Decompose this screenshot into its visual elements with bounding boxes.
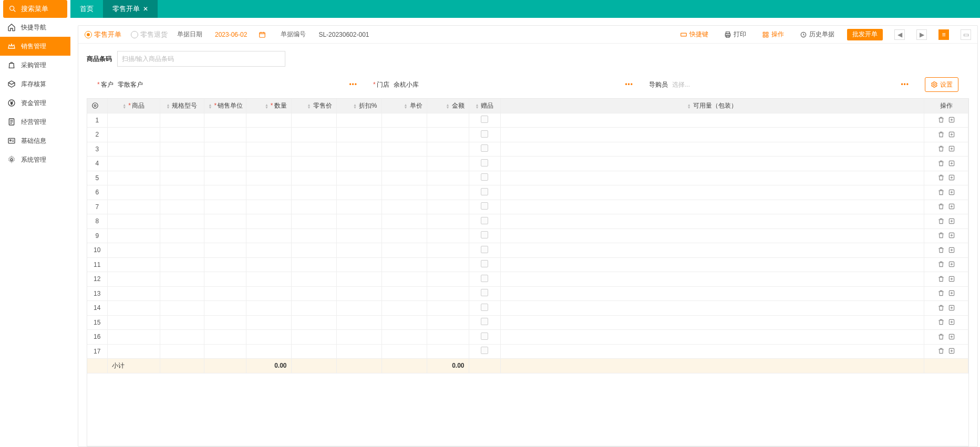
gift-checkbox[interactable] xyxy=(481,318,488,325)
table-row[interactable]: 6 xyxy=(87,185,968,200)
table-row[interactable]: 17 xyxy=(87,345,968,359)
delete-row-button[interactable] xyxy=(936,259,946,269)
tab-0[interactable]: 首页 xyxy=(70,0,103,18)
sidebar-item-5[interactable]: 经营管理 xyxy=(0,112,70,131)
delete-row-button[interactable] xyxy=(936,245,946,255)
delete-row-button[interactable] xyxy=(936,188,946,197)
table-row[interactable]: 16 xyxy=(87,330,968,345)
add-row-button[interactable] xyxy=(947,144,956,153)
sidebar-item-1[interactable]: 销售管理 xyxy=(0,37,70,56)
add-row-button[interactable] xyxy=(947,332,956,341)
add-row-button[interactable] xyxy=(947,303,956,313)
gift-checkbox[interactable] xyxy=(481,246,488,253)
gift-checkbox[interactable] xyxy=(481,144,488,152)
delete-row-button[interactable] xyxy=(936,115,946,124)
table-row[interactable]: 11 xyxy=(87,258,968,273)
customer-selector[interactable]: *客户 零散客户 ••• xyxy=(97,80,357,89)
col-retail[interactable]: 零售价 xyxy=(291,99,336,113)
table-row[interactable]: 3 xyxy=(87,142,968,157)
table-row[interactable]: 4 xyxy=(87,157,968,171)
delete-row-button[interactable] xyxy=(936,159,946,168)
ellipsis-icon[interactable]: ••• xyxy=(625,81,633,88)
add-row-button[interactable] xyxy=(947,346,956,356)
add-row-button[interactable] xyxy=(947,317,956,327)
table-row[interactable]: 2 xyxy=(87,128,968,142)
table-row[interactable]: 15 xyxy=(87,316,968,330)
table-row[interactable]: 14 xyxy=(87,301,968,316)
add-row-button[interactable] xyxy=(947,288,956,298)
add-row-button[interactable] xyxy=(947,274,956,284)
col-available[interactable]: 可用量（包装） xyxy=(500,99,924,113)
bill-date-value[interactable]: 2023-06-02 xyxy=(215,31,247,38)
col-gift[interactable]: 赠品 xyxy=(469,99,500,113)
print-button[interactable]: 打印 xyxy=(721,26,749,43)
col-amount[interactable]: 金额 xyxy=(427,99,469,113)
col-spec[interactable]: 规格型号 xyxy=(160,99,204,113)
delete-row-button[interactable] xyxy=(936,274,946,284)
add-row-button[interactable] xyxy=(947,115,956,124)
add-row-button[interactable] xyxy=(947,159,956,168)
ellipsis-icon[interactable]: ••• xyxy=(349,81,357,88)
calendar-icon[interactable] xyxy=(259,31,266,38)
search-menu-button[interactable]: 搜索菜单 xyxy=(3,0,67,18)
col-qty[interactable]: *数量 xyxy=(246,99,291,113)
col-unit[interactable]: *销售单位 xyxy=(204,99,246,113)
delete-row-button[interactable] xyxy=(936,303,946,313)
add-row-button[interactable] xyxy=(947,202,956,211)
ellipsis-icon[interactable]: ••• xyxy=(901,81,909,88)
add-row-button[interactable] xyxy=(947,231,956,240)
delete-row-button[interactable] xyxy=(936,288,946,298)
gift-checkbox[interactable] xyxy=(481,231,488,238)
delete-row-button[interactable] xyxy=(936,216,946,226)
radio-retail-sales[interactable]: 零售开单 xyxy=(85,30,121,39)
col-product[interactable]: *商品 xyxy=(107,99,160,113)
table-row[interactable]: 12 xyxy=(87,272,968,287)
wholesale-button[interactable]: 批发开单 xyxy=(847,29,883,40)
delete-row-button[interactable] xyxy=(936,202,946,211)
history-button[interactable]: 历史单据 xyxy=(797,26,838,43)
sidebar-item-0[interactable]: 快捷导航 xyxy=(0,18,70,37)
sidebar-item-3[interactable]: 库存核算 xyxy=(0,75,70,93)
add-row-button[interactable] xyxy=(947,245,956,255)
add-row-button[interactable] xyxy=(947,259,956,269)
guide-selector[interactable]: 导购员 选择... ••• xyxy=(649,80,909,89)
table-row[interactable]: 10 xyxy=(87,243,968,258)
gift-checkbox[interactable] xyxy=(481,217,488,224)
table-row[interactable]: 5 xyxy=(87,171,968,186)
col-discount[interactable]: 折扣% xyxy=(336,99,381,113)
tab-1[interactable]: 零售开单✕ xyxy=(103,0,158,18)
col-price[interactable]: 单价 xyxy=(381,99,427,113)
sidebar-item-2[interactable]: 采购管理 xyxy=(0,56,70,75)
col-setting[interactable] xyxy=(87,99,107,113)
table-row[interactable]: 7 xyxy=(87,200,968,215)
barcode-input[interactable] xyxy=(117,51,285,67)
list-mode-button[interactable]: ≡ xyxy=(938,29,949,40)
gift-checkbox[interactable] xyxy=(481,188,488,195)
add-row-button[interactable] xyxy=(947,173,956,182)
gift-checkbox[interactable] xyxy=(481,116,488,123)
gift-checkbox[interactable] xyxy=(481,159,488,167)
delete-row-button[interactable] xyxy=(936,173,946,182)
gift-checkbox[interactable] xyxy=(481,173,488,181)
gift-checkbox[interactable] xyxy=(481,304,488,311)
operate-button[interactable]: 操作 xyxy=(759,26,787,43)
shortcut-button[interactable]: 快捷键 xyxy=(677,26,711,43)
gift-checkbox[interactable] xyxy=(481,275,488,282)
gift-checkbox[interactable] xyxy=(481,347,488,354)
gift-checkbox[interactable] xyxy=(481,260,488,267)
delete-row-button[interactable] xyxy=(936,317,946,327)
table-row[interactable]: 1 xyxy=(87,113,968,128)
delete-row-button[interactable] xyxy=(936,346,946,356)
add-row-button[interactable] xyxy=(947,216,956,226)
grid-mode-button[interactable]: ▭ xyxy=(961,29,971,40)
gift-checkbox[interactable] xyxy=(481,332,488,340)
gift-checkbox[interactable] xyxy=(481,130,488,138)
delete-row-button[interactable] xyxy=(936,144,946,153)
store-selector[interactable]: *门店 余杭小库 ••• xyxy=(373,80,633,89)
table-row[interactable]: 13 xyxy=(87,287,968,302)
radio-retail-return[interactable]: 零售退货 xyxy=(131,30,168,39)
delete-row-button[interactable] xyxy=(936,231,946,240)
nav-next-button[interactable]: ▶ xyxy=(916,29,927,40)
table-row[interactable]: 8 xyxy=(87,214,968,229)
gift-checkbox[interactable] xyxy=(481,289,488,296)
